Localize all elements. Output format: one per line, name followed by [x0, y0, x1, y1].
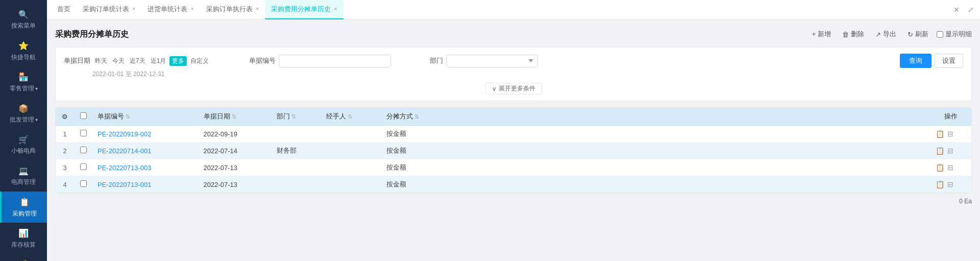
tab-bar: 首页采购订单统计表×进货单统计表×采购订单执行表×采购费用分摊单历史× ✕ ⤢ — [47, 0, 980, 19]
tab-incoming-stats[interactable]: 进货单统计表× — [141, 0, 200, 19]
shortcut-yesterday[interactable]: 昨天 — [93, 56, 109, 66]
table-row: 2 PE-20220714-001 2022-07-14 财务部 按金额 — [56, 143, 971, 159]
row-4-checkbox[interactable] — [80, 180, 87, 187]
sidebar-icon-inventory: 📊 — [2, 228, 45, 239]
row-2-split-method: 按金额 — [381, 143, 930, 159]
sidebar-item-inventory[interactable]: 📊库存核算 — [0, 223, 47, 254]
sidebar-icon-purchase: 📋 — [4, 197, 45, 208]
show-columns-toggle[interactable]: 显示明细 — [937, 30, 972, 39]
show-columns-checkbox[interactable] — [937, 31, 943, 38]
row-2-actions: 📋 ⊟ — [930, 143, 971, 159]
row-1-checkbox-cell — [74, 126, 92, 143]
row-3-handler — [321, 159, 381, 176]
row-3-doc-num: PE-20220713-003 — [92, 159, 199, 176]
maximize-window-button[interactable]: ⤢ — [966, 5, 976, 15]
row-2-checkbox[interactable] — [80, 147, 87, 153]
th-settings[interactable]: ⚙ — [56, 108, 74, 126]
delete-button[interactable]: 🗑 删除 — [839, 28, 867, 41]
docnum-filter-label: 单据编号 — [249, 56, 276, 65]
shortcut-1month[interactable]: 近1月 — [149, 56, 168, 66]
date-filter-label: 单据日期 — [64, 56, 90, 65]
tab-close-btn[interactable]: × — [256, 6, 259, 12]
toolbar: + 新增 🗑 删除 ↗ 导出 ↻ 刷新 显示明细 — [809, 28, 972, 41]
delete-icon: 🗑 — [842, 31, 849, 38]
tab-purchase-order-exec[interactable]: 采购订单执行表× — [200, 0, 265, 19]
record-count: 0 Ea — [959, 198, 972, 205]
tab-purchase-cost-split[interactable]: 采购费用分摊单历史× — [265, 0, 343, 19]
sort-split-method-icon: ⇅ — [414, 113, 419, 120]
filter-bar: 单据日期 昨天 今天 近7天 近1月 更多 自定义 单据编号 — [55, 47, 972, 101]
table-header: ⚙ 单据编号 ⇅ 单据日期 — [56, 108, 971, 126]
docnum-filter-group: 单据编号 — [249, 55, 391, 67]
sidebar-item-search[interactable]: 🔍搜索菜单 — [0, 4, 47, 35]
row-3-edit-icon[interactable]: 📋 — [936, 163, 944, 172]
tab-label: 采购订单执行表 — [206, 5, 253, 14]
sidebar-item-nav[interactable]: ⭐快捷导航 — [0, 35, 47, 66]
th-doc-num[interactable]: 单据编号 ⇅ — [92, 108, 199, 126]
row-4-edit-icon[interactable]: 📋 — [936, 180, 944, 188]
table-row: 4 PE-20220713-001 2022-07-13 按金额 — [56, 176, 971, 193]
tab-close-btn[interactable]: × — [132, 6, 135, 12]
row-1-actions: 📋 ⊟ — [930, 126, 971, 143]
row-2-checkbox-cell — [74, 143, 92, 159]
shortcut-more[interactable]: 更多 — [169, 56, 187, 66]
sidebar: 🔍搜索菜单⭐快捷导航🏪零售管理▾📦批发管理▾🛒小畅电商💻电商管理📋采购管理📊库存… — [0, 0, 47, 261]
th-actions: 操作 — [930, 108, 971, 126]
row-1-checkbox[interactable] — [80, 130, 87, 136]
sort-doc-num-icon: ⇅ — [126, 113, 130, 120]
row-2-edit-icon[interactable]: 📋 — [936, 147, 944, 155]
filter-settings-button[interactable]: 设置 — [935, 54, 963, 68]
export-button[interactable]: ↗ 导出 — [872, 28, 899, 41]
shortcut-today[interactable]: 今天 — [111, 56, 126, 66]
row-1-delete-icon[interactable]: ⊟ — [947, 130, 953, 138]
row-3-doc-num-link[interactable]: PE-20220713-003 — [97, 164, 152, 172]
row-4-doc-num: PE-20220713-001 — [92, 176, 199, 193]
tab-label: 采购费用分摊单历史 — [271, 5, 331, 14]
row-2-doc-num-link[interactable]: PE-20220714-001 — [97, 147, 152, 155]
th-dept-label: 部门 — [277, 112, 290, 121]
tab-close-btn[interactable]: × — [334, 6, 337, 12]
filter-row-1: 单据日期 昨天 今天 近7天 近1月 更多 自定义 单据编号 — [64, 54, 963, 68]
row-1-edit-icon[interactable]: 📋 — [936, 130, 944, 138]
th-doc-date[interactable]: 单据日期 ⇅ — [199, 108, 272, 126]
expand-more-button[interactable]: ∨ 展开更多条件 — [485, 83, 542, 94]
dept-filter-select[interactable] — [446, 55, 538, 67]
row-3-checkbox[interactable] — [80, 163, 87, 170]
tab-close-btn[interactable]: × — [190, 6, 193, 12]
th-dept[interactable]: 部门 ⇅ — [272, 108, 322, 126]
shortcut-custom[interactable]: 自定义 — [189, 56, 210, 66]
column-settings-icon[interactable]: ⚙ — [62, 113, 68, 121]
shortcut-7days[interactable]: 近7天 — [128, 56, 147, 66]
row-1-doc-num-link[interactable]: PE-20220919-002 — [97, 130, 152, 138]
tab-home[interactable]: 首页 — [51, 0, 77, 19]
row-4-doc-num-link[interactable]: PE-20220713-001 — [97, 181, 152, 188]
close-window-button[interactable]: ✕ — [951, 5, 962, 15]
docnum-filter-input[interactable] — [279, 55, 391, 67]
refresh-button[interactable]: ↻ 刷新 — [904, 28, 932, 41]
page-title: 采购费用分摊单历史 — [55, 29, 129, 40]
th-split-method[interactable]: 分摊方式 ⇅ — [381, 108, 930, 126]
select-all-checkbox[interactable] — [80, 112, 87, 119]
row-2-delete-icon[interactable]: ⊟ — [947, 147, 953, 155]
query-button[interactable]: 查询 — [900, 54, 932, 68]
sidebar-item-retail[interactable]: 🏪零售管理▾ — [0, 66, 47, 98]
sidebar-item-wholesale[interactable]: 📦批发管理▾ — [0, 98, 47, 129]
row-4-delete-icon[interactable]: ⊟ — [947, 180, 953, 188]
tab-label: 进货单统计表 — [148, 5, 187, 14]
sidebar-item-ecom-small[interactable]: 🛒小畅电商 — [0, 129, 47, 160]
row-4-actions: 📋 ⊟ — [930, 176, 971, 193]
sidebar-item-finance[interactable]: 💰资金管理 — [0, 254, 47, 262]
th-handler[interactable]: 经手人 ⇅ — [321, 108, 381, 126]
th-doc-date-label: 单据日期 — [204, 112, 230, 121]
row-num-3: 3 — [56, 159, 74, 176]
sidebar-item-ecom[interactable]: 💻电商管理 — [0, 160, 47, 192]
sidebar-icon-ecom-small: 🛒 — [2, 134, 45, 146]
sidebar-item-purchase[interactable]: 📋采购管理 — [0, 192, 47, 223]
row-3-actions: 📋 ⊟ — [930, 159, 971, 176]
row-3-delete-icon[interactable]: ⊟ — [947, 163, 953, 172]
pagination-area: 0 Ea — [55, 194, 972, 209]
add-button[interactable]: + 新增 — [809, 28, 834, 41]
dept-filter-group: 部门 — [430, 55, 538, 67]
row-2-dept: 财务部 — [272, 143, 322, 159]
tab-purchase-order-stats[interactable]: 采购订单统计表× — [77, 0, 141, 19]
